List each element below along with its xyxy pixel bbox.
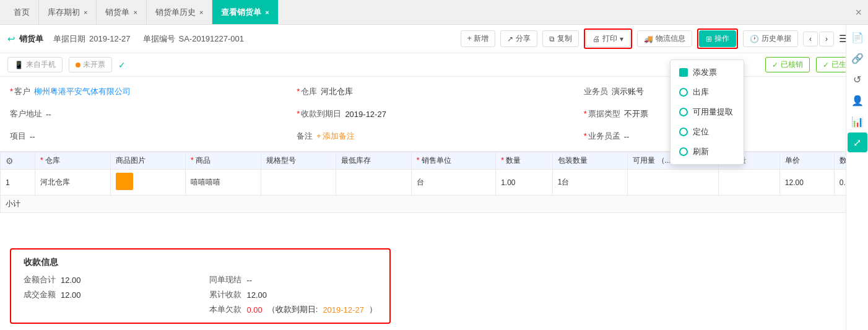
outbound-icon <box>679 88 688 97</box>
address-row: 客户地址 -- <box>10 105 284 123</box>
operation-button[interactable]: ⊞ 操作 <box>699 30 736 47</box>
row-image <box>110 170 186 196</box>
owe-date: 2019-12-27 <box>323 305 364 315</box>
transaction-row: 成交金额 12.00 <box>24 289 191 300</box>
from-phone-label: 来自手机 <box>26 59 56 70</box>
already-cancelled-badge: ✓ 已核销 <box>765 57 810 72</box>
sidebar-doc-icon[interactable]: 📄 <box>848 27 867 47</box>
tab-sales-history-close[interactable]: × <box>199 9 203 16</box>
settlement-label: 同单现结 <box>209 274 241 285</box>
row-current-stock <box>718 170 779 196</box>
outbound-label: 出库 <box>693 87 709 98</box>
add-invoice-icon <box>679 68 688 77</box>
operator-value: 演示账号 <box>612 86 644 97</box>
not-open-button[interactable]: 未开票 <box>69 57 112 72</box>
doc-type-icon: ↩ <box>7 33 15 45</box>
logistics-button[interactable]: 🚚 物流信息 <box>637 30 692 47</box>
col-unit-price: 单价 <box>779 152 834 170</box>
new-button[interactable]: + 新增 <box>461 30 495 47</box>
add-note-button[interactable]: 添加备注 <box>316 131 355 142</box>
row-quantity: 1.00 <box>496 170 553 196</box>
sidebar-user-icon[interactable]: 👤 <box>848 90 867 110</box>
available-qty-icon <box>679 108 688 116</box>
row-product: 嘻嘻嘻嘻 <box>186 170 261 196</box>
sidebar-chart-icon[interactable]: 📊 <box>848 111 867 131</box>
menu-available-qty[interactable]: 可用量提取 <box>671 102 744 122</box>
address-label: 客户地址 <box>10 108 42 119</box>
cumulative-label: 累计收款 <box>209 289 241 300</box>
col-unit: * 销售单位 <box>411 152 496 170</box>
tab-sales-history[interactable]: 销货单历史 × <box>147 0 212 24</box>
not-open-dot <box>76 63 80 67</box>
copy-icon: ⧉ <box>549 35 555 43</box>
col-gear[interactable]: ⚙ <box>1 152 35 170</box>
nav-next[interactable]: › <box>819 32 834 46</box>
tab-inventory-close[interactable]: × <box>84 9 87 16</box>
note-label: 备注 <box>297 131 313 142</box>
doc-title: ↩ 销货单 <box>7 33 43 45</box>
col-image: 商品图片 <box>110 152 186 170</box>
transaction-label: 成交金额 <box>24 289 56 300</box>
col-product: * 商品 <box>186 152 261 170</box>
ticket-type-label: 票据类型 <box>584 108 620 119</box>
tab-sales-close[interactable]: × <box>133 9 137 16</box>
col-warehouse: * 仓库 <box>35 152 111 170</box>
share-button[interactable]: ↗ 分享 <box>500 30 537 47</box>
sidebar-expand-icon[interactable]: ⤢ <box>848 132 867 152</box>
sidebar-undo-icon[interactable]: ↺ <box>848 69 867 89</box>
salesperson-label: 业务员孟 <box>584 131 620 142</box>
share-icon: ↗ <box>507 35 513 43</box>
gear-icon[interactable]: ⚙ <box>6 156 14 166</box>
operation-icon: ⊞ <box>706 35 712 43</box>
doc-date-item: 单据日期 2019-12-27 <box>53 33 131 45</box>
copy-button[interactable]: ⧉ 复制 <box>542 30 579 47</box>
settlement-value: -- <box>246 276 252 285</box>
subtotal-label: 小计 <box>1 196 868 213</box>
phone-icon: 📱 <box>14 61 24 69</box>
history-label: 历史单据 <box>762 33 791 44</box>
sidebar-link-icon[interactable]: 🔗 <box>848 48 867 68</box>
tab-sales[interactable]: 销货单 × <box>97 0 146 24</box>
menu-locate[interactable]: 定位 <box>671 122 744 142</box>
doc-date-label: 单据日期 <box>53 33 85 45</box>
tab-home[interactable]: 首页 <box>5 0 39 24</box>
tab-inventory[interactable]: 库存期初 × <box>39 0 97 24</box>
row-available <box>628 170 718 196</box>
right-sidebar: 📄 🔗 ↺ 👤 📊 ⤢ <box>846 25 868 330</box>
warehouse-label: 仓库 <box>297 86 317 97</box>
print-icon: 🖨 <box>592 35 600 43</box>
nav-prev[interactable]: ‹ <box>803 32 818 46</box>
tab-view-sales[interactable]: 查看销货单 × <box>212 0 278 24</box>
row-min-stock <box>336 170 412 196</box>
warehouse-row: 仓库 河北仓库 <box>297 83 571 100</box>
row-warehouse: 河北仓库 <box>35 170 111 196</box>
owe-label: 本单欠款 <box>209 304 241 315</box>
menu-refresh[interactable]: 刷新 <box>671 142 744 162</box>
operator-label: 业务员 <box>584 86 608 97</box>
window-close-icon[interactable]: × <box>855 6 862 19</box>
settlement-row: 同单现结 -- <box>209 274 376 285</box>
refresh-label: 刷新 <box>693 146 709 157</box>
row-seq: 1 <box>1 170 35 196</box>
copy-label: 复制 <box>557 33 572 44</box>
salesperson-value: -- <box>624 132 630 141</box>
locate-label: 定位 <box>693 126 709 137</box>
menu-add-invoice[interactable]: 添发票 <box>671 63 744 82</box>
effective-check-icon: ✓ <box>823 61 829 69</box>
col-min-stock: 最低库存 <box>336 152 412 170</box>
subtotal-row: 小计 <box>1 196 868 213</box>
from-phone-button[interactable]: 📱 来自手机 <box>7 57 63 72</box>
row-spec <box>261 170 336 196</box>
customer-value[interactable]: 柳州粤港平安气体有限公司 <box>34 86 131 97</box>
tab-bar: 首页 库存期初 × 销货单 × 销货单历史 × 查看销货单 × × <box>0 0 868 25</box>
history-button[interactable]: 🕐 历史单据 <box>743 30 798 47</box>
tab-view-sales-close[interactable]: × <box>265 9 269 16</box>
print-button[interactable]: 🖨 打印 ▾ <box>586 30 630 47</box>
menu-outbound[interactable]: 出库 <box>671 82 744 102</box>
bottom-area: 收款信息 金额合计 12.00 同单现结 -- 成交金额 12.00 <box>0 242 868 330</box>
refresh-icon <box>679 147 688 156</box>
row-unit: 台 <box>411 170 496 196</box>
owe-value: 0.00 <box>246 305 262 315</box>
row-unit-price: 12.00 <box>779 170 834 196</box>
operation-label: 操作 <box>714 33 729 44</box>
